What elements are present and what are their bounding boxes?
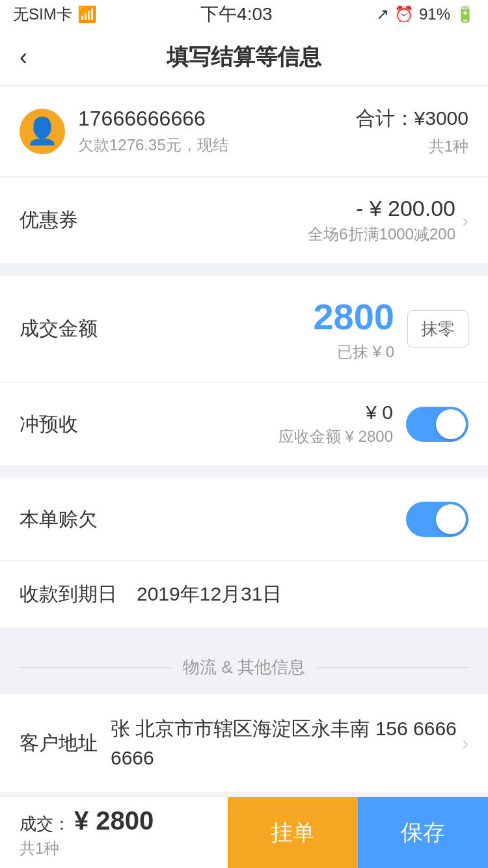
precharge-label: 冲预收 [20,411,78,438]
address-value: 张 北京市市辖区海淀区永丰南 156 6666 6666 [111,714,462,772]
customer-debt: 欠款1276.35元，现结 [78,135,228,156]
status-right: ↗ ⏰ 91% 🔋 [376,5,475,23]
bottom-count: 共1种 [20,838,208,859]
address-chevron-icon: › [462,732,468,754]
bottom-deal-label: 成交： [20,813,70,835]
precharge-toggle[interactable] [406,407,468,442]
main-content: 👤 17666666666 欠款1276.35元，现结 合计：¥3000 共1种… [0,86,488,868]
coupon-row[interactable]: 优惠券 - ¥ 200.00 全场6折满1000减200 › [0,178,488,263]
chevron-right-icon: › [462,210,468,232]
deal-amount-value: 2800 [313,295,394,338]
page-title: 填写结算等信息 [167,42,321,72]
customer-right: 合计：¥3000 共1种 [356,105,468,157]
alarm-icon: ⏰ [394,5,414,23]
debit-toggle[interactable] [406,502,468,537]
coupon-desc: 全场6折满1000减200 [308,224,455,245]
bottom-info: 成交： ¥ 2800 共1种 [0,797,228,868]
deal-amount-info: 2800 已抹 ¥ 0 [313,295,394,362]
hold-button[interactable]: 挂单 [228,797,358,868]
debit-toggle-knob [436,504,466,534]
debit-label: 本单赊欠 [20,506,98,533]
deal-sub-text: 已抹 ¥ 0 [313,342,394,362]
logistics-section-header: 物流 & 其他信息 [0,640,488,694]
total-count: 共1种 [356,136,468,157]
deal-amount-label: 成交金额 [20,316,98,342]
customer-card: 👤 17666666666 欠款1276.35元，现结 合计：¥3000 共1种… [0,86,488,263]
avatar: 👤 [20,109,65,154]
precharge-right: ¥ 0 应收金额 ¥ 2800 [278,401,468,447]
precharge-amount: ¥ 0 [278,401,393,424]
precharge-info: ¥ 0 应收金额 ¥ 2800 [278,401,393,447]
debit-row: 本单赊欠 [0,478,488,560]
bottom-bar: 成交： ¥ 2800 共1种 挂单 保存 [0,796,488,868]
duedate-row: 收款到期日 2019年12月31日 [0,562,488,627]
status-bar: 无SIM卡 📶 下午4:03 ↗ ⏰ 91% 🔋 [0,0,488,29]
bottom-deal-amount: ¥ 2800 [74,806,154,835]
coupon-info: - ¥ 200.00 全场6折满1000减200 [308,196,455,245]
duedate-value: 2019年12月31日 [137,581,282,608]
deal-right: 2800 已抹 ¥ 0 抹零 [313,295,468,362]
address-row[interactable]: 客户地址 张 北京市市辖区海淀区永丰南 156 6666 6666 › [0,694,488,792]
sim-status: 无SIM卡 [13,4,72,25]
debit-card: 本单赊欠 收款到期日 2019年12月31日 [0,478,488,627]
status-time: 下午4:03 [200,2,273,27]
wifi-icon: 📶 [77,5,97,23]
customer-row: 👤 17666666666 欠款1276.35元，现结 合计：¥3000 共1种 [0,86,488,176]
duedate-label: 收款到期日 [20,581,117,608]
coupon-label: 优惠券 [20,207,78,234]
save-button-label: 保存 [401,818,445,848]
address-label: 客户地址 [20,730,98,757]
section-header-line-right [318,667,468,668]
deal-amount-row: 成交金额 2800 已抹 ¥ 0 抹零 [0,276,488,382]
deal-card: 成交金额 2800 已抹 ¥ 0 抹零 冲预收 ¥ 0 应收金额 ¥ 2800 [0,276,488,465]
section-header-text: 物流 & 其他信息 [183,656,305,679]
customer-phone: 17666666666 [78,107,228,131]
coupon-right: - ¥ 200.00 全场6折满1000减200 › [308,196,468,245]
toggle-knob [436,409,466,439]
battery-icon: 🔋 [455,5,475,23]
customer-info: 17666666666 欠款1276.35元，现结 [78,107,228,156]
total-amount: 合计：¥3000 [356,105,468,132]
customer-left: 👤 17666666666 欠款1276.35元，现结 [20,107,228,156]
save-button[interactable]: 保存 [358,797,488,868]
avatar-icon: 👤 [26,116,59,146]
battery-percent: 91% [419,5,450,23]
round-zero-button[interactable]: 抹零 [407,310,468,347]
section-header-line-left [20,667,170,668]
nav-bar: ‹ 填写结算等信息 [0,29,488,86]
status-left: 无SIM卡 📶 [13,4,97,25]
hold-button-label: 挂单 [271,818,315,848]
precharge-row: 冲预收 ¥ 0 应收金额 ¥ 2800 [0,383,488,465]
coupon-amount: - ¥ 200.00 [308,196,455,221]
address-card: 客户地址 张 北京市市辖区海淀区永丰南 156 6666 6666 › [0,694,488,792]
back-button[interactable]: ‹ [20,44,27,71]
bottom-deal-row: 成交： ¥ 2800 [20,806,208,835]
location-icon: ↗ [376,5,389,23]
precharge-receivable: 应收金额 ¥ 2800 [278,426,393,447]
